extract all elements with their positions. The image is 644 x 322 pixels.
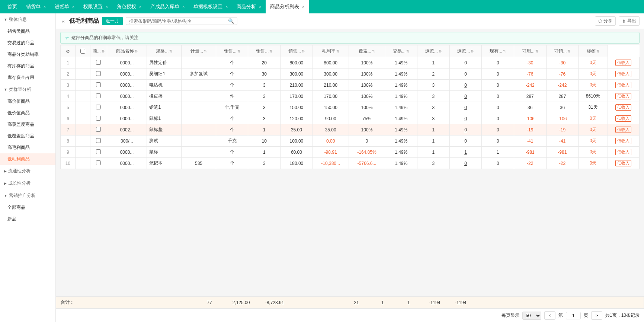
sidebar-item-sales-products[interactable]: 销售类商品 [0,26,55,37]
th-checkbox[interactable] [76,45,90,57]
sidebar-item-high-value[interactable]: 高价值商品 [0,96,55,107]
td-checkbox[interactable] [90,124,107,136]
td-view1[interactable]: 0 [449,91,482,102]
sidebar-group-growth[interactable]: ▶ 成长性分析 [0,177,55,189]
th-settings[interactable]: ⚙ [61,45,76,57]
row-checkbox[interactable] [96,93,101,98]
sidebar-item-low-value[interactable]: 低价值商品 [0,107,55,119]
share-button[interactable]: ⬡ 分享 [595,16,616,26]
sidebar-group-circulation[interactable]: ▶ 流通性分析 [0,165,55,177]
td-checkbox[interactable] [90,147,107,158]
th-sales-qty[interactable]: 销售... ⇅ [216,45,248,57]
nav-sales-close[interactable]: × [44,4,46,9]
row-checkbox[interactable] [96,60,101,65]
footer-available: -1194 [448,300,474,305]
sidebar-item-in-stock[interactable]: 有库存的商品 [0,60,55,72]
th-current[interactable]: 现有... ⇅ [482,45,514,57]
th-tag[interactable]: 标签 ⇅ [579,45,608,57]
nav-roles-close[interactable]: × [139,4,141,9]
td-checkbox[interactable] [90,113,107,124]
export-button[interactable]: ⬆ 导出 [619,16,640,26]
nav-purchase[interactable]: 进货单 × [50,0,79,13]
th-unit[interactable]: 计量... ⇅ [182,45,216,57]
row-checkbox[interactable] [96,82,101,87]
page-input[interactable] [566,312,581,319]
th-sales-amount[interactable]: 销售... ⇅ [281,45,313,57]
td-checkbox[interactable] [90,102,107,113]
td-view1[interactable]: 0 [449,102,482,113]
th-coverage[interactable]: 覆盖... ⇅ [349,45,385,57]
td-settings [76,158,90,169]
nav-purchase-close[interactable]: × [72,4,74,9]
th-saleable[interactable]: 可销... ⇅ [546,45,579,57]
th-trade[interactable]: 交易... ⇅ [385,45,417,57]
table-row: 8 000/... 测试 千克 10 100.00 0.00 0 1.49% 1… [61,136,640,147]
sidebar-collapse-button[interactable]: « [60,18,66,24]
td-view1[interactable]: 0 [449,113,482,124]
sidebar-item-high-coverage[interactable]: 高覆盖度商品 [0,119,55,130]
td-checkbox[interactable] [90,91,107,102]
td-view1[interactable]: 0 [449,68,482,80]
td-checkbox[interactable] [90,80,107,91]
row-checkbox[interactable] [96,105,101,109]
td-view1[interactable]: 0 [449,158,482,169]
th-name[interactable]: 商品名称 ⇅ [107,45,147,57]
next-page-button[interactable]: ＞ [591,311,602,320]
sidebar-group-overall[interactable]: ▼ 整体信息 [0,13,55,26]
sidebar-item-high-margin[interactable]: 高毛利商品 [0,142,55,153]
row-checkbox[interactable] [96,138,101,143]
td-view1[interactable]: 0 [449,80,482,91]
th-gross-rate[interactable]: 毛利率 ⇅ [313,45,349,57]
nav-analysis-list-close[interactable]: × [302,4,304,9]
row-checkbox[interactable] [96,116,101,121]
th-view2[interactable]: 浏览... ⇅ [449,45,482,57]
per-page-select[interactable]: 50 20 100 [522,312,541,320]
sidebar-item-low-margin[interactable]: 低毛利商品 [0,153,55,165]
th-sales-price[interactable]: 销售... ⇅ [248,45,281,57]
nav-analysis-close[interactable]: × [259,4,261,9]
sidebar-item-category-rate[interactable]: 商品分类助销率 [0,49,55,60]
td-view1[interactable]: 0 [449,124,482,136]
th-available[interactable]: 可用... ⇅ [514,45,546,57]
prev-page-button[interactable]: ＜ [544,311,555,320]
row-checkbox[interactable] [96,127,101,132]
sidebar-group-marketing[interactable]: ▼ 营销推广分析 [0,189,55,202]
td-checkbox[interactable] [90,136,107,147]
sidebar-item-capital[interactable]: 库存资金占用 [0,72,55,83]
nav-sales[interactable]: 销货单 × [22,0,50,13]
nav-analysis-list[interactable]: 商品分析列表 × [266,0,309,13]
td-checkbox[interactable] [90,68,107,80]
nav-template-close[interactable]: × [225,4,228,9]
sidebar-item-new-products[interactable]: 新品 [0,213,55,225]
td-sales-qty: 3 [248,113,281,124]
select-all-checkbox[interactable] [80,49,85,54]
row-checkbox[interactable] [96,149,101,154]
row-checkbox[interactable] [96,160,101,165]
nav-permissions[interactable]: 权限设置 × [79,0,112,13]
nav-roles[interactable]: 角色授权 × [112,0,146,13]
nav-product-entry-close[interactable]: × [182,4,185,9]
td-checkbox[interactable] [90,158,107,169]
sidebar-item-traded-products[interactable]: 交易过的商品 [0,37,55,49]
sidebar-group-cluster[interactable]: ▼ 类群查分析 [0,83,55,96]
nav-template[interactable]: 单据模板设置 × [189,0,232,13]
td-view1[interactable]: 0 [449,57,482,68]
td-current: -76 [514,68,546,80]
th-spec[interactable]: 规格... ⇅ [147,45,182,57]
period-button[interactable]: 近一月 [102,17,123,25]
sidebar-item-all-products[interactable]: 全部商品 [0,202,55,213]
sidebar-item-low-coverage[interactable]: 低覆盖度商品 [0,130,55,142]
nav-analysis[interactable]: 商品分析 × [232,0,266,13]
td-view1[interactable]: 1 [449,147,482,158]
td-checkbox[interactable] [90,57,107,68]
nav-permissions-close[interactable]: × [106,4,108,9]
th-code[interactable]: 商... ⇅ [90,45,107,57]
td-view1[interactable]: 0 [449,136,482,147]
nav-home[interactable]: 首页 [3,0,22,13]
td-code: 0000... [107,57,147,68]
th-view1[interactable]: 浏览... ⇅ [417,45,450,57]
search-input[interactable] [129,19,228,24]
nav-product-entry[interactable]: 产成品入库单 × [146,0,189,13]
td-tag: 低收入 [608,57,639,68]
row-checkbox[interactable] [96,71,101,76]
